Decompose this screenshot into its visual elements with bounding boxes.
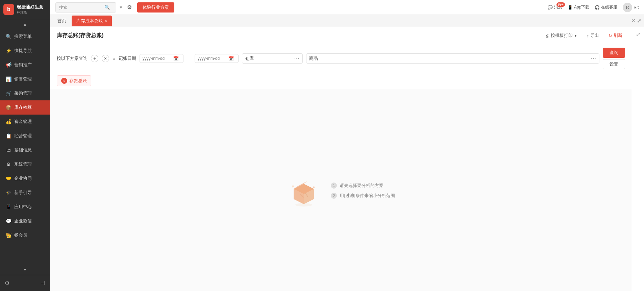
product-filter[interactable]: 商品 ··· [306,53,599,64]
export-label: 导出 [590,32,599,39]
sidebar-item-finance[interactable]: 💰 资金管理 [0,115,50,129]
sidebar-item-operations[interactable]: 📋 经营管理 [0,129,50,143]
filter-add-button[interactable]: + [91,55,98,62]
tip-num-2: 2 [331,193,337,199]
query-button[interactable]: 查询 [603,48,625,58]
tip-num-1: 1 [331,183,337,189]
sidebar-item-label: 基础信息 [14,147,32,153]
sidebar-item-wechat[interactable]: 💬 企业微信 [0,214,50,228]
content-wrapper: 库存总账(存货总账) 🖨 按模板打印 ▼ ↑ 导出 ↻ 刷新 [50,27,632,291]
panel-expand-icon[interactable]: ⤢ [637,18,641,24]
calendar-start-icon[interactable]: 📅 [173,56,179,61]
main-area: 🔍 ▼ ⚙ 体验行业方案 💬 消息 99+ 📱 App下载 🎧 在线客服 R R [50,0,644,291]
messages-item[interactable]: 💬 消息 99+ [548,4,562,10]
tab-inventory-cost[interactable]: 库存成本总账 × [72,16,112,26]
sidebar-item-member[interactable]: 👑 畅会员 [0,228,50,242]
sidebar-item-app-center[interactable]: 📱 应用中心 [0,200,50,214]
refresh-button[interactable]: ↻ 刷新 [606,31,625,40]
user-account[interactable]: R Rit [623,3,639,12]
svg-text:S: S [64,80,65,82]
search-input[interactable] [59,5,103,10]
date-field-label: 记账日期 [119,55,136,62]
top-header: 🔍 ▼ ⚙ 体验行业方案 💬 消息 99+ 📱 App下载 🎧 在线客服 R R [50,0,644,15]
username-label: Rit [634,5,639,10]
sidebar-item-cooperation[interactable]: 🤝 企业协同 [0,171,50,186]
scheme-option-label: 存货总账 [69,78,87,84]
inventory-icon: 📦 [5,104,11,111]
date-start-input-wrap: 📅 [140,54,183,63]
sidebar-item-purchase[interactable]: 🛒 采购管理 [0,86,50,100]
scroll-down-arrow[interactable]: ▼ [20,266,30,273]
svg-point-9 [295,203,312,207]
calendar-end-icon[interactable]: 📅 [228,56,234,61]
right-bar: ⤢ [632,27,644,291]
online-service-item[interactable]: 🎧 在线客服 [595,4,617,10]
guide-icon: 🎓 [5,190,11,196]
warehouse-more-icon[interactable]: ··· [294,55,299,62]
header-gear-icon[interactable]: ⚙ [127,4,132,10]
sidebar-item-system[interactable]: ⚙ 系统管理 [0,157,50,171]
member-icon: 👑 [5,232,11,238]
date-start-input[interactable] [143,56,173,61]
sidebar-item-label: 销售管理 [14,76,32,82]
logo-icon: b [3,4,14,15]
industry-button[interactable]: 体验行业方案 [137,2,174,13]
filter-collapse-icon[interactable]: « [113,56,115,61]
tab-close-icon[interactable]: × [105,19,107,23]
right-bar-expand-icon[interactable]: ⤢ [635,30,642,39]
printer-icon: 🖨 [545,33,549,38]
header-right: 💬 消息 99+ 📱 App下载 🎧 在线客服 R Rit [548,3,639,12]
sidebar-item-label: 企业微信 [14,218,32,224]
marketing-icon: 📢 [5,62,11,68]
warehouse-filter[interactable]: 仓库 ··· [242,53,303,64]
operations-icon: 📋 [5,133,11,139]
scroll-up-arrow[interactable]: ▲ [20,21,30,28]
sidebar-item-search-menu[interactable]: 🔍 搜索菜单 [0,29,50,44]
sidebar-collapse-button[interactable]: ⊣ [39,278,47,288]
print-button[interactable]: 🖨 按模板打印 ▼ [542,31,580,40]
page-header-actions: 🖨 按模板打印 ▼ ↑ 导出 ↻ 刷新 [542,31,625,40]
filter-remove-button[interactable]: × [102,55,109,62]
sidebar: b 畅捷通好生意 标准版 ▲ 🔍 搜索菜单 ⚡ 快捷导航 📢 营销推广 📊 销售… [0,0,50,291]
sidebar-item-label: 库存核算 [14,104,32,111]
filter-scheme-row: S 存货总账 [50,73,632,90]
empty-tips: 1 请先选择要分析的方案 2 用[过滤]条件来缩小分析范围 [331,183,395,199]
app-download-item[interactable]: 📱 App下载 [568,4,589,10]
scheme-option-inventory[interactable]: S 存货总账 [57,75,91,86]
date-end-input[interactable] [198,56,228,61]
svg-rect-10 [292,185,294,187]
logo-main-text: 畅捷通好生意 [17,4,43,10]
main-content-area: 1 请先选择要分析的方案 2 用[过滤]条件来缩小分析范围 [50,90,632,291]
sidebar-item-label: 新手引导 [14,190,32,196]
sidebar-item-sales[interactable]: 📊 销售管理 [0,72,50,86]
settings-button[interactable]: 设置 [603,59,625,69]
product-more-icon[interactable]: ··· [591,55,596,62]
export-button[interactable]: ↑ 导出 [584,31,602,40]
empty-tip-2: 2 用[过滤]条件来缩小分析范围 [331,193,395,199]
finance-icon: 💰 [5,119,11,125]
logo-sub-text: 标准版 [17,10,43,15]
system-icon: ⚙ [5,161,11,167]
sidebar-item-guide[interactable]: 🎓 新手引导 [0,186,50,200]
sidebar-item-basic-info[interactable]: 🗂 基础信息 [0,143,50,157]
sidebar-bottom: ⚙ ⊣ [0,275,50,291]
sidebar-item-label: 搜索菜单 [14,33,32,40]
sidebar-item-marketing[interactable]: 📢 营销推广 [0,58,50,72]
svg-rect-11 [313,186,315,188]
tab-inventory-cost-label: 库存成本总账 [76,18,103,24]
date-end-input-wrap: 📅 [195,54,239,63]
sidebar-logo[interactable]: b 畅捷通好生意 标准版 [0,0,50,19]
tab-home[interactable]: 首页 [53,16,71,26]
empty-state: 1 请先选择要分析的方案 2 用[过滤]条件来缩小分析范围 [287,174,395,208]
search-chevron-icon[interactable]: ▼ [119,5,123,10]
sidebar-settings-button[interactable]: ⚙ [3,278,11,288]
sidebar-item-quick-nav[interactable]: ⚡ 快捷导航 [0,44,50,58]
panel-close-icon[interactable]: ✕ [631,18,636,24]
scheme-option-icon: S [61,78,67,84]
sidebar-item-label: 快捷导航 [14,48,32,54]
sidebar-item-inventory[interactable]: 📦 库存核算 [0,100,50,115]
sidebar-scroll-bottom: ▼ [0,265,50,275]
quick-nav-icon: ⚡ [5,48,11,54]
online-service-label: 在线客服 [601,4,617,10]
tabs-bar: 首页 库存成本总账 × ✕ ⤢ [50,15,644,27]
